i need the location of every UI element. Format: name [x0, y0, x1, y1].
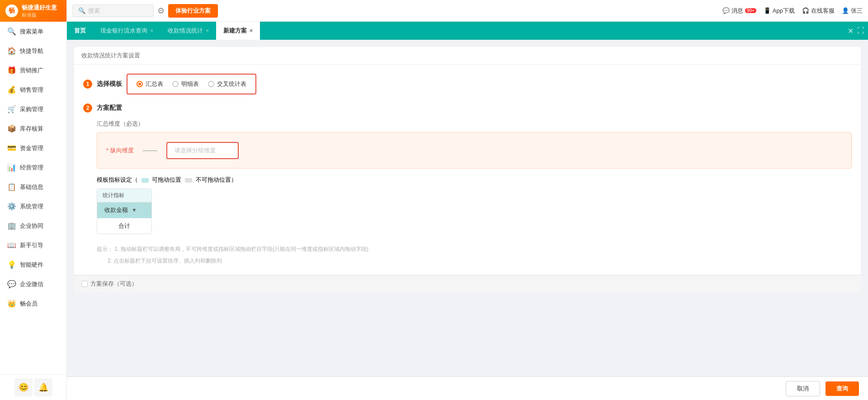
- sidebar-item-marketing[interactable]: 🎁 营销推广: [0, 61, 66, 80]
- indicator-header: 模板指标设定（ 可拖动位置 不可拖动位置）: [97, 176, 852, 184]
- save-plan-checkbox-label[interactable]: 方案保存（可选）: [81, 280, 137, 288]
- sidebar-item-label: 快捷导航: [20, 47, 43, 55]
- app-download-label: App下载: [773, 7, 795, 15]
- form-card: 1 选择模板 汇总表 明细表: [74, 65, 861, 275]
- tabbar-end: ✕ ⛶: [848, 27, 868, 35]
- industry-plan-button[interactable]: 体验行业方案: [168, 4, 218, 18]
- money-icon: 💰: [7, 85, 16, 94]
- tab-expand-btn[interactable]: ⛶: [857, 27, 864, 35]
- sidebar-item-inventory[interactable]: 📦 库存核算: [0, 119, 66, 138]
- sidebar-item-label: 经营管理: [20, 164, 43, 172]
- sidebar-footer-btn-2[interactable]: 🔔: [34, 378, 52, 396]
- home-icon: 🏠: [7, 47, 16, 55]
- gear-icon: ⚙️: [7, 202, 16, 211]
- tips-section: 提示： 1. 拖动标题栏可以调整布局，不可跨维度或指标区域拖动栏目字段(只能在同…: [97, 245, 852, 266]
- content-wrapper: 收款情况统计方案设置 1 选择模板 汇总表: [67, 40, 868, 400]
- sidebar-item-enterprise[interactable]: 🏢 企业协同: [0, 216, 66, 235]
- sidebar-item-purchase[interactable]: 🛒 采购管理: [0, 99, 66, 119]
- config-section: 2 方案配置 汇总维度（必选） * 纵向维度 ——: [83, 104, 852, 266]
- radio-cross-btn[interactable]: [208, 81, 214, 87]
- topbar-gear-icon[interactable]: ⚙: [157, 6, 165, 16]
- app-download-btn[interactable]: 📱 App下载: [764, 7, 795, 15]
- sidebar-item-label: 资金管理: [20, 144, 43, 152]
- clipboard-icon: 📋: [7, 183, 16, 191]
- sidebar-item-hardware[interactable]: 💡 智能硬件: [0, 255, 66, 274]
- user-name: 张三: [851, 7, 863, 15]
- sidebar-footer-btn-1[interactable]: 😊: [14, 378, 33, 396]
- step2-content: 汇总维度（必选） * 纵向维度 —— 请选择分组维度: [83, 120, 852, 266]
- sidebar-footer: 😊 🔔: [0, 374, 66, 400]
- radio-detail[interactable]: 明细表: [172, 80, 199, 88]
- sidebar-item-guide[interactable]: 📖 新手引导: [0, 235, 66, 255]
- edition-text: 标准版: [22, 12, 57, 19]
- dimension-title: 汇总维度（必选）: [97, 120, 852, 128]
- card-icon: 💳: [7, 144, 16, 152]
- wechat-icon: 💬: [7, 280, 16, 288]
- topbar-search-box[interactable]: 🔍 搜索: [72, 5, 154, 17]
- save-plan-label: 方案保存（可选）: [90, 280, 137, 288]
- sidebar-item-label: 营销推广: [20, 66, 43, 75]
- radio-cross[interactable]: 交叉统计表: [208, 80, 246, 88]
- cart-icon: 🛒: [7, 105, 16, 113]
- tab-payment-label: 收款情况统计: [168, 27, 203, 35]
- sidebar-item-system[interactable]: ⚙️ 系统管理: [0, 197, 66, 216]
- tip1-text: 1. 拖动标题栏可以调整布局，不可跨维度或指标区域拖动栏目字段(只能在同一维度或…: [114, 246, 368, 252]
- sidebar-item-wechat[interactable]: 💬 企业微信: [0, 274, 66, 294]
- search-icon: 🔍: [78, 7, 85, 14]
- tab-bank-close-icon[interactable]: ×: [150, 28, 153, 34]
- online-service-label: 在线客服: [811, 7, 835, 15]
- crown-icon: 👑: [7, 299, 16, 308]
- tab-home-label: 首页: [74, 27, 86, 35]
- tab-bank-label: 现金银行流水查询: [100, 27, 147, 35]
- fixed-legend-dot: [185, 178, 192, 183]
- tab-close-btn[interactable]: ✕: [848, 27, 854, 35]
- tab-payment-stat[interactable]: 收款情况统计 ×: [160, 22, 216, 40]
- online-service-btn[interactable]: 🎧 在线客服: [802, 7, 835, 15]
- gift-icon: 🎁: [7, 66, 16, 75]
- tab-payment-close-icon[interactable]: ×: [206, 28, 209, 34]
- tab-new-plan-label: 新建方案: [223, 27, 247, 35]
- tab-bank[interactable]: 现金银行流水查询 ×: [93, 22, 160, 40]
- dimension-row-label: 纵向维度: [110, 147, 134, 154]
- sidebar-item-label: 系统管理: [20, 202, 43, 211]
- sidebar-item-operations[interactable]: 📊 经营管理: [0, 158, 66, 177]
- step1-row: 1 选择模板 汇总表 明细表: [83, 74, 852, 94]
- sidebar-item-label: 畅会员: [20, 300, 38, 308]
- notification-btn[interactable]: 💬 消息 99+: [722, 7, 756, 15]
- sidebar-item-member[interactable]: 👑 畅会员: [0, 294, 66, 313]
- dimension-area: * 纵向维度 —— 请选择分组维度: [97, 132, 852, 169]
- save-plan-checkbox[interactable]: [81, 281, 88, 287]
- service-icon: 🎧: [802, 7, 809, 14]
- message-icon: 💬: [722, 7, 730, 14]
- sidebar-item-search[interactable]: 🔍 搜索菜单: [0, 22, 66, 41]
- sidebar-item-basic[interactable]: 📋 基础信息: [0, 177, 66, 197]
- sidebar-item-quicknav[interactable]: 🏠 快捷导航: [0, 41, 66, 61]
- sidebar-item-label: 新手引导: [20, 241, 43, 249]
- tab-home[interactable]: 首页: [67, 22, 93, 40]
- stat-cell-amount[interactable]: 收款金额 ▼: [97, 202, 151, 218]
- radio-summary[interactable]: 汇总表: [137, 80, 163, 88]
- radio-summary-btn[interactable]: [137, 81, 143, 87]
- user-info[interactable]: 👤 张三: [842, 7, 863, 15]
- user-icon: 👤: [842, 7, 849, 14]
- dimension-row-required: * 纵向维度: [106, 146, 134, 155]
- dimension-select[interactable]: 请选择分组维度: [166, 142, 239, 159]
- query-button[interactable]: 查询: [826, 381, 859, 396]
- indicator-title-text: 模板指标设定（ 可拖动位置 不可拖动位置）: [97, 176, 237, 184]
- notification-label: 消息: [731, 7, 743, 15]
- arrow-icon: ——: [143, 146, 157, 155]
- tab-new-plan[interactable]: 新建方案 ×: [216, 22, 260, 40]
- tab-new-plan-close-icon[interactable]: ×: [250, 28, 253, 34]
- search-placeholder-text: 搜索: [88, 7, 100, 15]
- radio-detail-btn[interactable]: [172, 81, 179, 87]
- sidebar: 畅 畅捷通好生意 标准版 🔍 搜索菜单 🏠 快捷导航 🎁 营销推广 💰 销售管理…: [0, 0, 67, 400]
- sidebar-item-sales[interactable]: 💰 销售管理: [0, 80, 66, 99]
- stat-dropdown-icon[interactable]: ▼: [132, 207, 137, 213]
- cancel-button[interactable]: 取消: [786, 381, 820, 396]
- building-icon: 🏢: [7, 221, 16, 230]
- stat-item-label: 收款金额: [104, 206, 128, 214]
- chart-icon: 📊: [7, 163, 16, 172]
- sidebar-item-label: 销售管理: [20, 86, 43, 94]
- sidebar-item-finance[interactable]: 💳 资金管理: [0, 138, 66, 158]
- stat-table: 统计指标 收款金额 ▼ 合计: [97, 188, 152, 234]
